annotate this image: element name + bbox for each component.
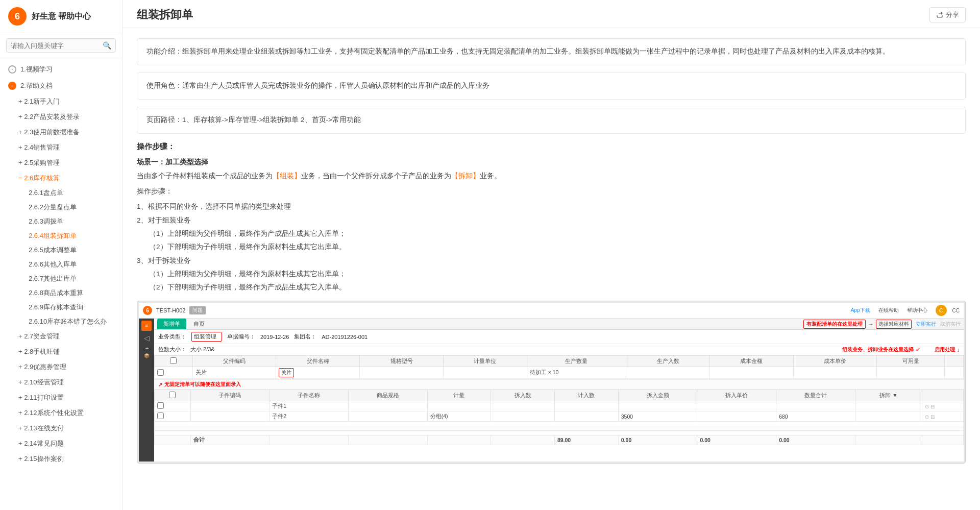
search-box[interactable]: 🔍	[6, 38, 116, 53]
mock-lower-cell-dismantle-1	[855, 401, 922, 411]
sidebar-item-purchase[interactable]: + 2.5采购管理	[18, 155, 122, 171]
sidebar-item-finance[interactable]: + 2.7资金管理	[18, 329, 122, 344]
share-icon	[936, 11, 943, 18]
mock-col-available: 可用量	[877, 356, 944, 367]
mock-username: CC	[952, 308, 960, 313]
plus-icon-2-15: +	[18, 455, 24, 463]
step2: 2、对于组装业务	[137, 214, 966, 227]
mock-col-actions	[944, 356, 963, 367]
mock-col-parent-name: 父件名称	[276, 356, 360, 367]
sidebar-item-inventory-2-6-3[interactable]: 2.6.3调拨单	[24, 214, 122, 229]
sidebar-item-cases[interactable]: + 2.15操作案例	[18, 451, 122, 467]
mock-topbar-help-link: 在线帮助	[878, 307, 899, 314]
sidebar-item-video[interactable]: + 1.视频学习	[0, 61, 122, 78]
mock-tab-home[interactable]: 自页	[188, 319, 210, 329]
sidebar-item-docs[interactable]: − 2.帮助文档 + 2.1新手入门 + 2.2产品安装及登录 + 2.3使用前…	[0, 78, 122, 467]
sidebar-item-settings[interactable]: + 2.12系统个性化设置	[18, 405, 122, 421]
sidebar-item-newbie[interactable]: + 2.1新手入门	[18, 94, 122, 109]
search-area: 🔍	[0, 33, 122, 58]
mock-form-group-label: 集团名：	[294, 333, 316, 341]
sidebar-item-inventory-2-6-1[interactable]: 2.6.1盘点单	[24, 186, 122, 200]
mock-lower-table: 子件编码 子件名称 商品规格 计量 拆入数 计入数 拆入金额 拆入单价 数量合计	[154, 390, 964, 445]
sidebar-item-inventory-2-6-6[interactable]: 2.6.6其他入库单	[24, 257, 122, 272]
steps-list: 1、根据不同的业务，选择不同单据的类型来处理 2、对于组装业务 （1）上部明细为…	[137, 201, 966, 294]
mock-titlebar-badge: 问题	[189, 306, 206, 314]
mock-footer-val1: 89.00	[554, 435, 618, 445]
sidebar-item-coupon[interactable]: + 2.9优惠券管理	[18, 359, 122, 375]
mock-lower-cell-code-2	[190, 411, 270, 422]
mock-business-type-input[interactable]: 组装管理	[191, 332, 222, 342]
mock-upper-cell-avail	[877, 367, 944, 379]
mock-lower-cell-total-1	[776, 401, 855, 411]
sidebar-item-install[interactable]: + 2.2产品安装及登录	[18, 109, 122, 125]
mock-lower-col-child-code: 子件编码	[190, 390, 270, 401]
annotation-area-4: 启用处理 ↓	[935, 346, 960, 353]
mock-col-cost-price: 成本单价	[793, 356, 877, 367]
mock-avatar: C	[936, 305, 947, 316]
minus-icon: −	[8, 82, 16, 90]
mock-lower-cell-name-2: 子件2	[270, 411, 349, 422]
annotation-label-4: 启用处理	[935, 346, 955, 353]
plus-icon-2-13: +	[18, 424, 24, 432]
mock-upper-cell-prodqty: 待加工 × 10	[527, 367, 626, 379]
mock-lower-cell-chairu-1	[491, 401, 555, 411]
sidebar-item-data-prep[interactable]: + 2.3使用前数据准备	[18, 125, 122, 140]
mock-app-logo: 6	[143, 306, 152, 315]
sidebar-item-payment[interactable]: + 2.13在线支付	[18, 421, 122, 436]
scenario1-desc: 当由多个子件材料组装成一个成品的业务为【组装】业务，当由一个父件拆分成多个子产品…	[137, 170, 966, 182]
mock-item-name-highlight[interactable]: 关片	[279, 368, 294, 377]
sidebar-item-inventory-2-6-5[interactable]: 2.6.5成本调整单	[24, 243, 122, 257]
plus-icon-2-11: +	[18, 394, 24, 401]
mock-lower-col-amount: 拆入金额	[618, 390, 697, 401]
mock-row-check[interactable]	[157, 369, 164, 376]
logo-icon: 6	[8, 7, 27, 26]
mock-lower-row-5	[155, 431, 964, 435]
sidebar-item-inventory-2-6-8[interactable]: 2.6.8商品成本重算	[24, 286, 122, 300]
mock-upper-cell-costprice	[793, 367, 877, 379]
sidebar-item-print[interactable]: + 2.11打印设置	[18, 390, 122, 405]
mock-footer-val3: 0.00	[697, 435, 776, 445]
mock-lower-select-all[interactable]	[169, 392, 176, 398]
mock-tab-new[interactable]: 新增单	[157, 319, 186, 329]
mock-select-all[interactable]	[170, 357, 177, 364]
mock-bom-selector[interactable]: 选择对应材料	[876, 320, 912, 329]
mock-qty-label: 位数大小：	[158, 346, 186, 353]
steps-intro: 操作步骤：	[137, 185, 966, 198]
sidebar-item-inventory-2-6-9[interactable]: 2.6.9库存账本查询	[24, 300, 122, 314]
share-button[interactable]: 分享	[929, 7, 966, 22]
intro-block-1: 功能介绍：组装拆卸单用来处理企业组装或拆卸等加工业务，支持有固定装配清单的产品加…	[137, 38, 966, 65]
mock-lower-col-child-name: 子件名称	[270, 390, 349, 401]
plus-icon-2-5: +	[18, 159, 24, 166]
sub-nav-docs: + 2.1新手入门 + 2.2产品安装及登录 + 2.3使用前数据准备 + 2.…	[0, 94, 122, 467]
sidebar-item-inventory-2-6-2[interactable]: 2.6.2分量盘点单	[24, 200, 122, 214]
plus-icon-2-12: +	[18, 409, 24, 417]
mock-footer-label: 合计	[190, 435, 270, 445]
search-input[interactable]	[11, 42, 103, 50]
mock-main-area: ≡ ◁ ☁ 📦 新增单 自页	[139, 319, 964, 462]
plus-icon-2-9: +	[18, 363, 24, 371]
step3-sub1: （1）上部明细为父件明细，最终作为原材料生成其它出库单；	[137, 268, 966, 280]
mock-lower-check-1[interactable]	[157, 402, 164, 409]
arrow-icon-1: →	[868, 321, 874, 328]
sidebar-item-inventory[interactable]: − 2.6库存核算	[18, 171, 122, 186]
mock-upper-table-area: 父件编码 父件名称 规格型号 计量单位 生产数量 生产入数 成本金额 成本单价	[154, 355, 964, 380]
sidebar-item-inventory-2-6-10[interactable]: 2.6.10库存账本错了怎么办	[24, 314, 122, 329]
steps-title: 操作步骤：	[137, 142, 966, 152]
intro-block-3: 页面路径：1、库存核算->库存管理->组装拆卸单 2、首页->常用功能	[137, 107, 966, 134]
sidebar-item-sales[interactable]: + 2.4销售管理	[18, 140, 122, 155]
mock-col-spec: 规格型号	[360, 356, 444, 367]
sidebar-item-inventory-2-6-7[interactable]: 2.6.7其他出库单	[24, 272, 122, 286]
annotation-label-5: 无固定清单可以随便在这里面录入	[164, 381, 241, 388]
page-title: 组装拆卸单	[137, 7, 193, 22]
sidebar-item-operation[interactable]: + 2.10经营管理	[18, 375, 122, 390]
sidebar-item-faq[interactable]: + 2.14常见问题	[18, 436, 122, 451]
mock-upper-cell-action	[944, 367, 963, 379]
mock-upper-cell-check	[155, 367, 193, 379]
mock-form-date-label: 单据编号：	[227, 333, 255, 341]
mock-action-btn2[interactable]: 取消实行	[940, 321, 961, 328]
sidebar-item-mobile[interactable]: + 2.8手机旺铺	[18, 344, 122, 359]
search-icon[interactable]: 🔍	[103, 41, 111, 50]
mock-action-btn[interactable]: 立即实行	[916, 321, 936, 328]
mock-lower-check-2[interactable]	[157, 412, 164, 419]
sidebar-item-inventory-2-6-4[interactable]: 2.6.4组装拆卸单	[24, 229, 122, 243]
